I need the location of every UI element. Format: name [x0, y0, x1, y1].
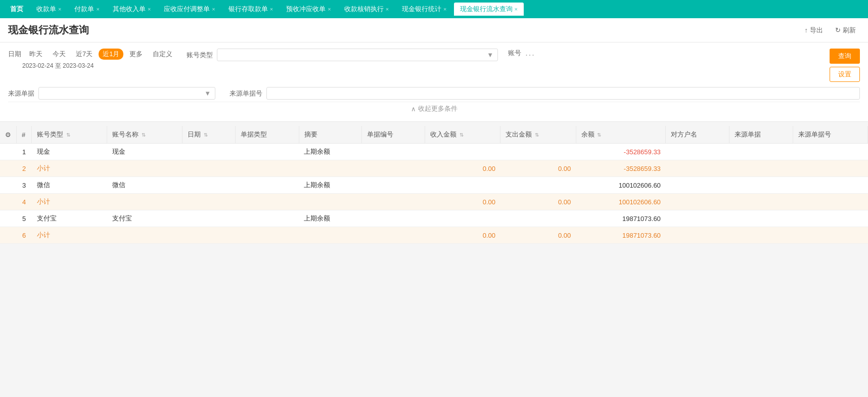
- gear-icon[interactable]: ⚙: [5, 131, 11, 139]
- table-cell: [666, 210, 729, 227]
- table-cell: [425, 177, 500, 194]
- table-cell[interactable]: [0, 227, 17, 244]
- table-cell: 支付宝: [32, 210, 107, 227]
- nav-item-cashflow[interactable]: 现金银行流水查询×: [454, 3, 524, 16]
- nav-item-adjustment[interactable]: 应收应付调整单×: [158, 3, 221, 16]
- table-cell[interactable]: [0, 160, 17, 177]
- nav-item-pre-receive[interactable]: 预收冲应收单×: [280, 3, 337, 16]
- table-cell: [729, 227, 793, 244]
- table-cell[interactable]: [0, 210, 17, 227]
- col-income[interactable]: 收入金额 ⇅: [425, 126, 500, 144]
- date-option-yesterday[interactable]: 昨天: [25, 49, 47, 60]
- table-row: 4小计0.000.00100102606.60: [0, 194, 868, 210]
- page-title: 现金银行流水查询: [8, 23, 89, 37]
- table-cell[interactable]: [0, 194, 17, 210]
- nav-item-bank[interactable]: 银行存取款单×: [222, 3, 279, 16]
- source-doc-num-input[interactable]: [266, 87, 860, 100]
- table-cell: [500, 210, 576, 227]
- table-cell: [182, 177, 235, 194]
- table-cell: [299, 194, 361, 210]
- account-type-arrow-icon: ▼: [487, 51, 493, 59]
- table-cell: [666, 160, 729, 177]
- table-cell: 19871073.60: [576, 227, 666, 244]
- table-cell: [235, 227, 299, 244]
- col-account-type[interactable]: 账号类型 ⇅: [32, 126, 107, 144]
- nav-close-writeoff[interactable]: ×: [386, 6, 389, 12]
- table-cell: [666, 227, 729, 244]
- date-option-custom[interactable]: 自定义: [149, 49, 176, 60]
- table-cell: 上期余额: [299, 210, 361, 227]
- table-cell: [361, 160, 425, 177]
- source-doc-label: 来源单据: [8, 89, 34, 98]
- collapse-bar[interactable]: ∧ 收起更多条件: [8, 102, 860, 115]
- date-label: 日期: [8, 50, 21, 59]
- balance-sort-icon: ⇅: [597, 132, 601, 138]
- table-cell[interactable]: [0, 177, 17, 194]
- col-gear: ⚙: [0, 126, 17, 144]
- col-balance[interactable]: 余额 ⇅: [576, 126, 666, 144]
- account-more-button[interactable]: ...: [525, 49, 535, 58]
- export-button[interactable]: ↑ 导出: [801, 24, 828, 37]
- table-cell: 0.00: [425, 160, 500, 177]
- table-cell: [361, 227, 425, 244]
- table-cell: [666, 177, 729, 194]
- data-table: ⚙ # 账号类型 ⇅ 账号名称 ⇅ 日期 ⇅ 单据类型: [0, 126, 868, 244]
- source-doc-num-label: 来源单据号: [230, 89, 262, 98]
- col-summary: 摘要: [299, 126, 361, 144]
- nav-close-cashflow[interactable]: ×: [515, 6, 518, 12]
- nav-close-payment[interactable]: ×: [96, 6, 99, 12]
- table-cell: [182, 210, 235, 227]
- table-cell: 5: [17, 210, 32, 227]
- col-account-name[interactable]: 账号名称 ⇅: [107, 126, 182, 144]
- table-cell: [182, 194, 235, 210]
- date-option-more[interactable]: 更多: [125, 49, 147, 60]
- nav-close-stats[interactable]: ×: [443, 6, 446, 12]
- col-date[interactable]: 日期 ⇅: [182, 126, 235, 144]
- table-cell: [361, 210, 425, 227]
- nav-bar: 首页收款单×付款单×其他收入单×应收应付调整单×银行存取款单×预收冲应收单×收款…: [0, 0, 868, 18]
- nav-close-other-income[interactable]: ×: [148, 6, 151, 12]
- table-cell: 0.00: [500, 194, 576, 210]
- table-cell: [793, 144, 867, 160]
- account-type-label: 账号类型: [187, 51, 213, 60]
- table-cell: 现金: [32, 144, 107, 160]
- nav-close-receipt[interactable]: ×: [58, 6, 61, 12]
- source-doc-select[interactable]: ▼: [38, 87, 215, 100]
- table-cell: 100102606.60: [576, 177, 666, 194]
- col-num: #: [17, 126, 32, 144]
- query-button[interactable]: 查询: [830, 49, 860, 64]
- account-type-select[interactable]: ▼: [217, 49, 498, 61]
- account-name-sort-icon: ⇅: [142, 132, 146, 138]
- income-sort-icon: ⇅: [460, 132, 464, 138]
- refresh-button[interactable]: ↻ 刷新: [831, 24, 860, 37]
- table-row: 2小计0.000.00-3528659.33: [0, 160, 868, 177]
- table-cell: [793, 227, 867, 244]
- table-cell[interactable]: [0, 144, 17, 160]
- expense-sort-icon: ⇅: [535, 132, 539, 138]
- nav-item-stats[interactable]: 现金银行统计×: [396, 3, 452, 16]
- col-expense[interactable]: 支出金额 ⇅: [500, 126, 576, 144]
- col-doc-num: 单据编号: [361, 126, 425, 144]
- nav-item-home[interactable]: 首页: [4, 3, 29, 16]
- nav-close-pre-receive[interactable]: ×: [328, 6, 331, 12]
- table-cell: 上期余额: [299, 144, 361, 160]
- table-cell: -3528659.33: [576, 144, 666, 160]
- settings-button[interactable]: 设置: [830, 67, 860, 82]
- table-cell: 0.00: [500, 227, 576, 244]
- table-cell: 100102606.60: [576, 194, 666, 210]
- nav-item-receipt[interactable]: 收款单×: [30, 3, 67, 16]
- nav-item-writeoff[interactable]: 收款核销执行×: [338, 3, 395, 16]
- date-option-7days[interactable]: 近7天: [72, 49, 97, 60]
- nav-item-other-income[interactable]: 其他收入单×: [107, 3, 157, 16]
- table-header-row: ⚙ # 账号类型 ⇅ 账号名称 ⇅ 日期 ⇅ 单据类型: [0, 126, 868, 144]
- nav-close-bank[interactable]: ×: [270, 6, 273, 12]
- date-range: 2023-02-24 至 2023-03-24: [22, 62, 94, 69]
- date-option-today[interactable]: 今天: [49, 49, 70, 60]
- date-option-1month[interactable]: 近1月: [99, 49, 123, 60]
- nav-item-payment[interactable]: 付款单×: [68, 3, 105, 16]
- table-cell: 6: [17, 227, 32, 244]
- nav-close-adjustment[interactable]: ×: [212, 6, 215, 12]
- table-cell: 现金: [107, 144, 182, 160]
- col-source-doc: 来源单据: [729, 126, 793, 144]
- table-cell: [107, 227, 182, 244]
